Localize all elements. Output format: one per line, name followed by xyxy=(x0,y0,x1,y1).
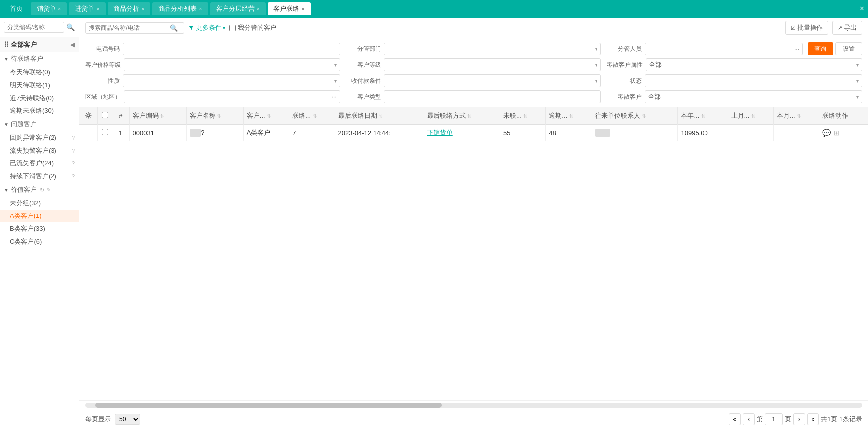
th-not-contacted[interactable]: 未联... ⇅ xyxy=(500,107,545,125)
customer-level-dropdown[interactable]: ▾ xyxy=(384,58,601,71)
sidebar-item-class-b[interactable]: B类客户(33) xyxy=(0,222,79,235)
sidebar-group-value[interactable]: ▼ 价值客户 ↻ ✎ xyxy=(0,183,79,197)
sidebar-search-input[interactable] xyxy=(4,22,64,33)
help-icon-2[interactable]: ? xyxy=(72,148,75,154)
sidebar-collapse-button[interactable]: ◀ xyxy=(70,41,75,48)
scrollbar-thumb[interactable] xyxy=(95,403,442,408)
sort-contact-icon[interactable]: ⇅ xyxy=(313,113,317,119)
sidebar-item-unclassified[interactable]: 未分组(32) xyxy=(0,197,79,210)
customer-type-input[interactable] xyxy=(384,90,601,103)
sidebar-item-class-a[interactable]: A类客户(1) xyxy=(0,210,79,222)
tab-sales-close[interactable]: × xyxy=(58,6,61,12)
refresh-icon[interactable]: ↻ xyxy=(40,187,44,193)
retail-attr-dropdown[interactable]: 全部 ▾ xyxy=(646,58,862,71)
page-input[interactable] xyxy=(765,413,783,425)
per-page-select[interactable]: 50 20 100 xyxy=(115,414,140,425)
nav-tab-analysis[interactable]: 商品分析 × xyxy=(108,2,150,15)
close-all-button[interactable]: × xyxy=(860,4,864,13)
sort-code-icon[interactable]: ⇅ xyxy=(160,113,164,119)
select-all-checkbox[interactable] xyxy=(102,112,108,118)
th-gear[interactable] xyxy=(79,107,97,125)
th-last-contact-date[interactable]: 最后联络日期 ⇅ xyxy=(335,107,424,125)
horizontal-scrollbar[interactable] xyxy=(85,403,862,408)
sort-year-icon[interactable]: ⇅ xyxy=(701,113,705,119)
retail-dropdown[interactable]: 全部 ▾ xyxy=(645,90,862,103)
sidebar-group-pending[interactable]: ▼ 待联络客户 xyxy=(0,52,79,66)
settings-button[interactable]: 设置 xyxy=(835,42,862,55)
td-row-actions: 💬 ⊞ xyxy=(819,125,868,141)
sidebar-search-icon[interactable]: 🔍 xyxy=(66,23,75,31)
manager-input[interactable]: ··· xyxy=(645,43,803,55)
help-icon-1[interactable]: ? xyxy=(72,135,75,141)
td-checkbox[interactable] xyxy=(97,125,112,141)
edit-value-icon[interactable]: ✎ xyxy=(46,187,51,193)
th-customer-name[interactable]: 客户名称 ⇅ xyxy=(186,107,243,125)
sidebar-group-problem[interactable]: ▼ 问题客户 xyxy=(0,117,79,131)
sidebar-item-overdue[interactable]: 逾期未联络(30) xyxy=(0,105,79,117)
nav-tab-purchase[interactable]: 进货单 × xyxy=(69,2,105,15)
nav-tab-customer-contact[interactable]: 客户联络 × xyxy=(268,2,310,15)
tab-customer-contact-close[interactable]: × xyxy=(301,6,304,12)
my-customers-checkbox[interactable] xyxy=(229,25,236,31)
sidebar-item-tomorrow[interactable]: 明天待联络(1) xyxy=(0,79,79,92)
sort-overdue-icon[interactable]: ⇅ xyxy=(569,113,573,119)
th-contact-count[interactable]: 联络... ⇅ xyxy=(289,107,335,125)
sidebar-item-repurchase-abnormal[interactable]: 回购异常客户(2) ? xyxy=(0,131,79,144)
th-this-year[interactable]: 本年... ⇅ xyxy=(678,107,728,125)
export-button[interactable]: ↗ 导出 xyxy=(832,21,862,35)
th-last-contact-method[interactable]: 最后联络方式 ⇅ xyxy=(424,107,500,125)
th-this-month[interactable]: 本月... ⇅ xyxy=(773,107,819,125)
tab-customer-mgmt-close[interactable]: × xyxy=(257,6,260,12)
last-method-link[interactable]: 下销货单 xyxy=(427,129,453,136)
tab-purchase-close[interactable]: × xyxy=(96,6,99,12)
sidebar-item-churn-warning[interactable]: 流失预警客户(3) ? xyxy=(0,144,79,157)
last-page-button[interactable]: » xyxy=(807,413,819,425)
sort-date-icon[interactable]: ⇅ xyxy=(379,113,382,119)
prev-page-button[interactable]: ‹ xyxy=(743,413,755,425)
th-overdue[interactable]: 逾期... ⇅ xyxy=(546,107,592,125)
chat-action-icon[interactable]: 💬 xyxy=(822,129,831,137)
sort-cat-icon[interactable]: ⇅ xyxy=(267,113,271,119)
row-checkbox[interactable] xyxy=(102,129,108,135)
grid-action-icon[interactable]: ⊞ xyxy=(834,129,840,137)
sort-method-icon[interactable]: ⇅ xyxy=(467,113,471,119)
nav-tab-analysis-list[interactable]: 商品分析列表 × xyxy=(152,2,208,15)
query-button[interactable]: 查询 xyxy=(808,42,833,55)
first-page-button[interactable]: « xyxy=(729,413,741,425)
sort-this-month-icon[interactable]: ⇅ xyxy=(797,113,801,119)
my-customers-checkbox-label[interactable]: 我分管的客户 xyxy=(229,23,276,32)
filter-more-button[interactable]: 更多条件 ▾ xyxy=(188,23,225,32)
help-icon-4[interactable]: ? xyxy=(72,173,75,179)
help-icon-3[interactable]: ? xyxy=(72,160,75,166)
sort-name-icon[interactable]: ⇅ xyxy=(217,113,221,119)
tab-analysis-list-close[interactable]: × xyxy=(199,6,202,12)
sidebar-item-declining[interactable]: 持续下滑客户(2) ? xyxy=(0,170,79,183)
payment-dropdown[interactable]: ▾ xyxy=(384,74,601,87)
price-level-dropdown[interactable]: ▾ xyxy=(124,58,340,71)
filter-search-icon[interactable]: 🔍 xyxy=(170,24,178,32)
batch-button[interactable]: ☑ 批量操作 xyxy=(785,21,828,35)
sidebar-item-today[interactable]: 今天待联络(0) xyxy=(0,66,79,79)
dept-dropdown[interactable]: ▾ xyxy=(384,43,601,55)
th-checkbox[interactable] xyxy=(97,107,112,125)
nav-tab-home[interactable]: 首页 xyxy=(4,2,29,15)
th-customer-cat[interactable]: 客户... ⇅ xyxy=(243,107,289,125)
tab-analysis-close[interactable]: × xyxy=(141,6,144,12)
phone-input[interactable] xyxy=(123,43,340,55)
sort-contacts-icon[interactable]: ⇅ xyxy=(642,113,646,119)
nature-dropdown[interactable]: ▾ xyxy=(123,74,340,87)
region-input[interactable]: ··· xyxy=(124,90,340,103)
sidebar-item-7days[interactable]: 近7天待联络(0) xyxy=(0,92,79,105)
next-page-button[interactable]: › xyxy=(793,413,805,425)
sidebar-item-class-c[interactable]: C类客户(6) xyxy=(0,235,79,248)
sort-not-icon[interactable]: ⇅ xyxy=(523,113,527,119)
th-contacts-person[interactable]: 往来单位联系人 ⇅ xyxy=(592,107,678,125)
filter-search-input[interactable] xyxy=(89,24,168,31)
sort-last-month-icon[interactable]: ⇅ xyxy=(751,113,755,119)
th-last-month[interactable]: 上月... ⇅ xyxy=(728,107,773,125)
nav-tab-customer-mgmt[interactable]: 客户分层经营 × xyxy=(210,2,266,15)
th-customer-code[interactable]: 客户编码 ⇅ xyxy=(129,107,186,125)
sidebar-item-churned[interactable]: 已流失客户(24) ? xyxy=(0,157,79,170)
nav-tab-sales[interactable]: 销货单 × xyxy=(31,2,67,15)
status-dropdown[interactable]: ▾ xyxy=(645,74,862,87)
